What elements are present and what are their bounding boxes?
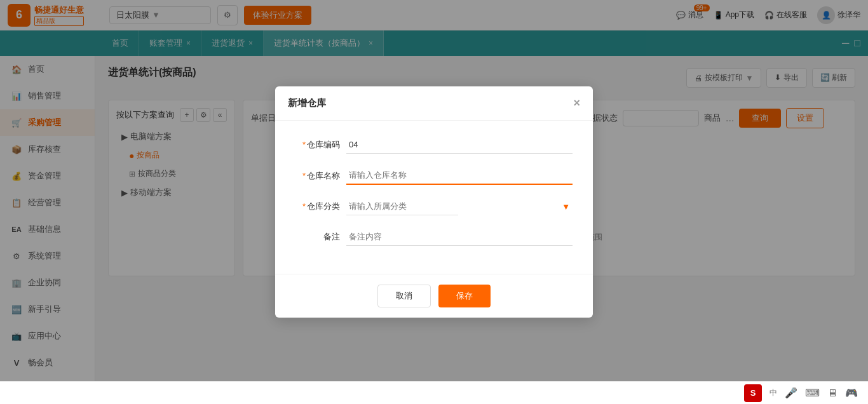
category-input[interactable] — [346, 198, 458, 215]
modal-title: 新增仓库 — [288, 97, 326, 109]
save-btn[interactable]: 保存 — [438, 285, 491, 307]
form-row-remark: 备注 — [295, 228, 573, 246]
display-icon[interactable]: 🖥 — [827, 387, 837, 399]
cancel-btn[interactable]: 取消 — [377, 285, 431, 307]
name-required-icon: * — [302, 171, 306, 180]
modal-body: *仓库编码 *仓库名称 *仓库分类 ▼ — [275, 121, 593, 274]
name-input[interactable] — [346, 166, 573, 185]
s-logo-icon: S — [744, 384, 762, 402]
category-select-wrap: ▼ — [346, 198, 573, 215]
form-row-name: *仓库名称 — [295, 166, 573, 185]
mic-icon[interactable]: 🎤 — [785, 387, 797, 399]
chinese-input-label: 中 — [770, 387, 777, 398]
category-label: *仓库分类 — [295, 201, 346, 212]
code-input[interactable] — [346, 136, 573, 154]
gamepad-icon[interactable]: 🎮 — [845, 387, 858, 399]
new-warehouse-modal: 新增仓库 × *仓库编码 *仓库名称 *仓库分类 — [275, 86, 593, 318]
keyboard-icon[interactable]: ⌨ — [805, 387, 820, 399]
name-label: *仓库名称 — [295, 170, 346, 182]
modal-footer: 取消 保存 — [275, 274, 593, 318]
form-row-code: *仓库编码 — [295, 136, 573, 154]
code-required-icon: * — [302, 140, 306, 149]
remark-input[interactable] — [346, 228, 573, 246]
modal-overlay[interactable]: 新增仓库 × *仓库编码 *仓库名称 *仓库分类 — [0, 0, 868, 404]
category-dropdown-icon: ▼ — [562, 202, 570, 212]
remark-label: 备注 — [295, 231, 346, 243]
code-label: *仓库编码 — [295, 139, 346, 151]
modal-close-btn[interactable]: × — [573, 97, 580, 110]
modal-header: 新增仓库 × — [275, 86, 593, 121]
category-required-icon: * — [302, 201, 306, 211]
bottom-bar: S 中 🎤 ⌨ 🖥 🎮 — [0, 381, 868, 404]
form-row-category: *仓库分类 ▼ — [295, 198, 573, 215]
